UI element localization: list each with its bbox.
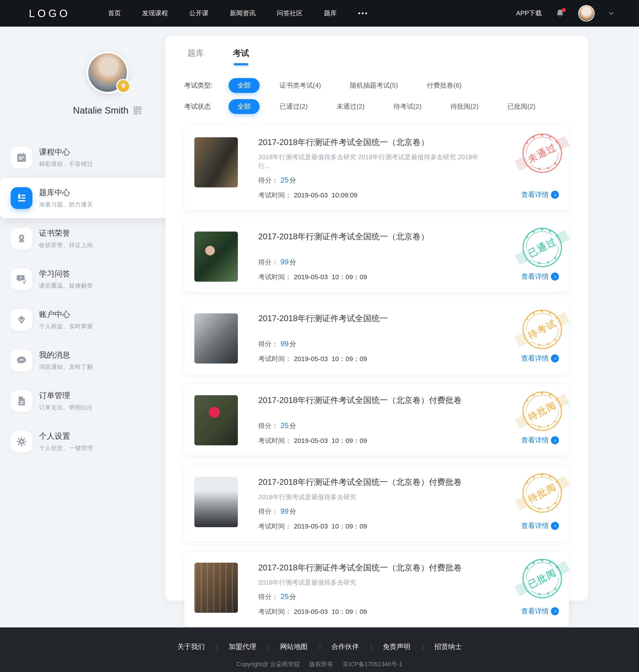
exam-time-row: 考试时间：2019-05-03 10：09：09 [258, 273, 486, 282]
view-details-label: 查看详情 [521, 190, 549, 199]
sidebar-item-question-bank-center[interactable]: 题库中心 海量习题、助力通关 [0, 178, 172, 218]
sidebar-item-title: 个人设置 [39, 431, 93, 441]
sidebar-item-account-center[interactable]: 账户中心 个人权益、实时掌握 [0, 300, 172, 340]
exam-card[interactable]: 2017-2018年行测证件考试全国统一（北京卷） 得分：99分 考试时间：20… [184, 220, 569, 292]
profile-avatar-wrap [87, 51, 129, 94]
exam-card-body: 2017-2018年行测证件考试全国统一（北京卷）付费批卷 得分：25分 考试时… [258, 395, 559, 445]
view-details-label: 查看详情 [521, 521, 549, 530]
sidebar-item-course-center[interactable]: 课程中心 精彩课程、不容错过 [0, 137, 172, 178]
exam-time-row: 考试时间：2019-05-03 10：09：09 [258, 436, 486, 445]
exam-time-label: 考试时间： [258, 355, 292, 363]
arrow-right-icon: › [551, 436, 559, 444]
footer-link[interactable]: 招贤纳士 [434, 643, 462, 651]
score-label: 得分： [258, 508, 278, 515]
exam-time-value: 2019-05-03 10：09：09 [294, 355, 367, 363]
exam-card[interactable]: 2017-2018年行测证件考试全国统一（北京卷）付费批卷 2018年行测考试是… [184, 551, 569, 627]
exam-cover-photo [194, 231, 238, 282]
rights-text: 版权所有 [309, 660, 333, 668]
score-unit: 分 [290, 508, 296, 515]
notification-bell-icon[interactable] [555, 9, 565, 18]
score-unit: 分 [290, 340, 296, 348]
sidebar-item-subtitle: 海量习题、助力通关 [39, 201, 93, 208]
nav-item-home[interactable]: 首页 [108, 9, 121, 18]
nav-right-cluster: APP下载 [516, 5, 614, 21]
nav-item-qa-community[interactable]: 问答社区 [277, 9, 302, 18]
footer-link[interactable]: 网站地图 [280, 643, 308, 651]
main-content-card: 题库 考试 考试类型: 全部 证书类考试(4) 随机抽题考试(5) [165, 36, 588, 601]
sidebar-item-certificates[interactable]: 证书荣誉 收获荣誉、持证上岗 [0, 218, 172, 259]
sidebar-item-personal-settings[interactable]: 个人设置 个人信息、一键管理 [0, 421, 172, 462]
filter-option[interactable]: 付费批卷(6) [418, 78, 470, 93]
sidebar-item-title: 订单管理 [39, 390, 93, 401]
footer-link[interactable]: 加盟代理 [229, 643, 256, 651]
exam-card-body: 2017-2018年行测证件考试全国统一（北京卷） 2018年行测考试是最值得多… [258, 137, 559, 200]
app-download-link[interactable]: APP下载 [516, 9, 542, 18]
nav-item-question-bank[interactable]: 题库 [324, 9, 337, 18]
view-details-link[interactable]: 查看详情 › [521, 354, 559, 363]
profile-name: Natalie Smith [73, 105, 128, 116]
filter-option[interactable]: 随机抽题考试(5) [341, 78, 407, 93]
order-doc-icon [11, 390, 32, 412]
footer-separator: | [371, 643, 372, 650]
sidebar-item-title: 学习问答 [39, 269, 93, 279]
filter-row-exam-status: 考试状态 全部 已通过(2) 未通过(2) 待考试(2) 待批阅(2) 已批阅(… [184, 99, 569, 114]
filters: 考试类型: 全部 证书类考试(4) 随机抽题考试(5) 付费批卷(6) 考试状态 [184, 78, 569, 114]
chevron-down-icon[interactable] [608, 10, 614, 17]
nav-item-discover-courses[interactable]: 发现课程 [142, 9, 168, 18]
filter-option[interactable]: 已批阅(2) [499, 99, 545, 114]
score-unit: 分 [290, 422, 296, 429]
view-details-label: 查看详情 [521, 607, 549, 616]
nav-more-ellipsis-icon[interactable]: ••• [358, 10, 369, 17]
nav-item-open-class[interactable]: 公开课 [189, 9, 208, 18]
calendar-icon [11, 147, 32, 168]
sidebar-item-my-messages[interactable]: 我的消息 消息通知、及时了解 [0, 340, 172, 381]
footer-link[interactable]: 合作伙伴 [331, 643, 359, 651]
view-details-link[interactable]: 查看详情 › [521, 190, 559, 199]
filter-option[interactable]: 待批阅(2) [441, 99, 487, 114]
nav-item-news[interactable]: 新闻资讯 [230, 9, 255, 18]
vip-diamond-badge-icon [116, 79, 130, 93]
qr-code-icon[interactable] [133, 106, 142, 115]
arrow-right-icon: › [551, 607, 559, 615]
filter-option[interactable]: 全部 [229, 99, 260, 114]
exam-time-row: 考试时间：2019-05-03 10：09：09 [258, 522, 486, 531]
exam-card-body: 2017-2018年行测证件考试全国统一（北京卷）付费批卷 2018年行测考试是… [258, 563, 559, 616]
top-navbar: LOGO 首页 发现课程 公开课 新闻资讯 问答社区 题库 ••• APP下载 [0, 0, 639, 27]
view-details-link[interactable]: 查看详情 › [521, 272, 559, 281]
exam-time-value: 2019-05-03 10：09：09 [294, 273, 367, 281]
exam-time-label: 考试时间： [258, 523, 292, 530]
exam-cover-photo [194, 563, 238, 613]
exam-card[interactable]: 2017-2018年行测证件考试全国统一（北京卷）付费批卷 得分：25分 考试时… [184, 383, 569, 456]
filter-option[interactable]: 全部 [229, 78, 260, 93]
sidebar-item-subtitle: 精彩课程、不容错过 [39, 160, 93, 168]
exam-card[interactable]: 2017-2018年行测证件考试全国统一（北京卷） 2018年行测考试是最值得多… [184, 126, 569, 210]
footer-link[interactable]: 关于我们 [177, 643, 205, 651]
exam-status-options: 全部 已通过(2) 未通过(2) 待考试(2) 待批阅(2) 已批阅(2) [229, 99, 555, 114]
view-details-link[interactable]: 查看详情 › [521, 436, 559, 445]
filter-option[interactable]: 已通过(2) [271, 99, 317, 114]
tab-question-bank[interactable]: 题库 [187, 48, 204, 65]
filter-label: 考试类型: [184, 81, 229, 90]
exam-card[interactable]: 2017-2018年行测证件考试全国统一（北京卷）付费批卷 2018年行测考试是… [184, 465, 569, 541]
filter-option[interactable]: 未通过(2) [328, 99, 374, 114]
footer-link[interactable]: 免责声明 [383, 643, 410, 651]
view-details-link[interactable]: 查看详情 › [521, 607, 559, 616]
filter-option[interactable]: 待考试(2) [385, 99, 431, 114]
content-tabs: 题库 考试 [184, 48, 569, 65]
score-unit: 分 [290, 177, 296, 184]
score-row: 得分：99分 [258, 339, 486, 349]
view-details-link[interactable]: 查看详情 › [521, 521, 559, 530]
filter-option[interactable]: 证书类考试(4) [271, 78, 330, 93]
user-avatar[interactable] [578, 5, 595, 21]
sidebar-item-order-management[interactable]: 订单管理 订单支出、明明白白 [0, 381, 172, 421]
tab-exams[interactable]: 考试 [233, 48, 249, 65]
exam-title: 2017-2018年行测证件考试全国统一（北京卷）付费批卷 [258, 395, 486, 405]
score-row: 得分：25分 [258, 176, 486, 185]
score-label: 得分： [258, 258, 278, 266]
page: LOGO 首页 发现课程 公开课 新闻资讯 问答社区 题库 ••• APP下载 [0, 0, 639, 672]
arrow-right-icon: › [551, 354, 559, 363]
sidebar-item-learning-qa[interactable]: 学习问答 课后重温、疑难解答 [0, 259, 172, 300]
arrow-right-icon: › [551, 191, 559, 199]
exam-card[interactable]: 2017-2018年行测证件考试全国统一 得分：99分 考试时间：2019-05… [184, 302, 569, 374]
logo[interactable]: LOGO [29, 7, 70, 19]
